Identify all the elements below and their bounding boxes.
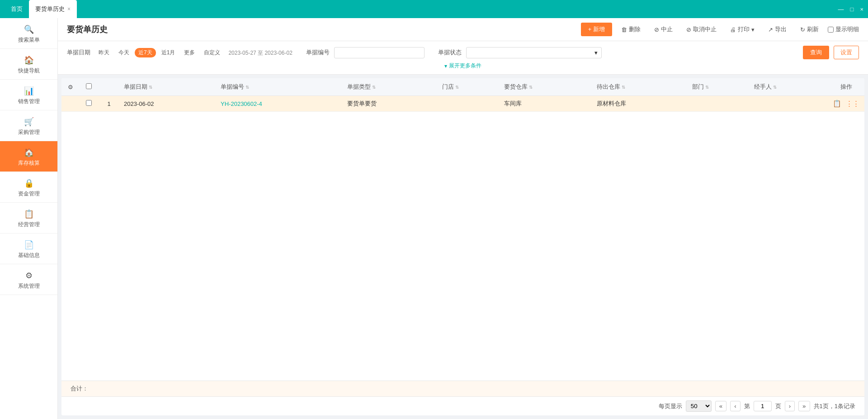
page-header: 要货单历史 + 新增 🗑 删除 ⊘ 中止 ⊘ 取消中止 🖨 打印	[58, 18, 868, 41]
operations-icon: 📋	[24, 209, 34, 219]
date-btn-7days[interactable]: 近7天	[135, 48, 156, 57]
date-buttons: 昨天 今天 近7天 近1月 更多 自定义	[95, 48, 224, 57]
sort-shop-icon: ⇅	[455, 85, 459, 90]
total-info: 共1页，1条记录	[814, 402, 855, 410]
row-date: 2023-06-02	[120, 96, 217, 112]
row-ops: 📋 ⋮⋮	[828, 96, 864, 112]
minimize-icon[interactable]: —	[838, 6, 844, 13]
sidebar-item-sales[interactable]: 📊 销售管理	[0, 80, 57, 110]
date-btn-1month[interactable]: 近1月	[158, 48, 179, 57]
prev-page-button[interactable]: ‹	[730, 401, 740, 411]
bill-no-link[interactable]: YH-20230602-4	[221, 100, 262, 107]
col-handler[interactable]: 经手人⇅	[750, 78, 828, 96]
top-bar: 首页 要货单历史 × — □ ×	[0, 0, 868, 18]
sort-handler-icon: ⇅	[773, 85, 777, 90]
print-chevron-icon: ▾	[751, 26, 755, 33]
row-bill-type: 要货单要货	[344, 96, 439, 112]
tab-home[interactable]: 首页	[5, 0, 29, 18]
expand-chevron-icon: ▾	[444, 63, 447, 69]
window-controls: — □ ×	[838, 6, 863, 13]
sidebar-item-inventory[interactable]: 🏠 库存核算	[0, 141, 57, 172]
col-req-warehouse[interactable]: 要货仓库⇅	[500, 78, 593, 96]
col-gear[interactable]: ⚙	[61, 78, 80, 96]
sidebar-item-purchase[interactable]: 🛒 采购管理	[0, 110, 57, 141]
close-tab-icon[interactable]: ×	[67, 6, 71, 12]
stop-button[interactable]: ⊘ 中止	[650, 23, 677, 36]
home-icon: 🏠	[24, 55, 34, 65]
sidebar-item-base-info[interactable]: 📄 基础信息	[0, 233, 57, 264]
tab-active[interactable]: 要货单历史 ×	[29, 0, 77, 18]
col-bill-type[interactable]: 单据类型⇅	[344, 78, 439, 96]
stop-icon: ⊘	[654, 26, 659, 33]
sidebar-item-operations[interactable]: 📋 经营管理	[0, 203, 57, 233]
date-btn-custom[interactable]: 自定义	[200, 48, 224, 57]
print-button[interactable]: 🖨 打印 ▾	[726, 23, 759, 36]
col-bill-no[interactable]: 单据编号⇅	[217, 78, 344, 96]
status-select[interactable]: ▾	[466, 47, 602, 58]
refresh-button[interactable]: ↻ 刷新	[796, 23, 823, 36]
sort-pendwh-icon: ⇅	[622, 85, 625, 90]
sort-billno-icon: ⇅	[245, 85, 249, 90]
row-checkbox-cell[interactable]	[80, 96, 98, 112]
filter-area: 单据日期 昨天 今天 近7天 近1月 更多 自定义 2023-05-27 至 2…	[58, 41, 868, 75]
sidebar-item-system[interactable]: ⚙ 系统管理	[0, 264, 57, 295]
row-more-icon[interactable]: ⋮⋮	[846, 100, 859, 107]
page-title: 要货单历史	[67, 24, 581, 35]
date-btn-yesterday[interactable]: 昨天	[95, 48, 113, 57]
row-checkbox[interactable]	[86, 100, 92, 106]
pagination: 每页显示 50 20 100 « ‹ 第 页 › » 共1页，1条记录	[61, 396, 864, 415]
base-info-icon: 📄	[24, 240, 34, 250]
last-page-button[interactable]: »	[798, 401, 810, 411]
first-page-button[interactable]: «	[715, 401, 726, 411]
display-detail-checkbox[interactable]	[828, 27, 834, 33]
delete-button[interactable]: 🗑 删除	[617, 23, 645, 36]
date-range-display: 2023-05-27 至 2023-06-02	[228, 49, 292, 57]
main-layout: 🔍 搜索菜单 🏠 快捷导航 📊 销售管理 🛒 采购管理 🏠 库存核算 🔒 资金管…	[0, 18, 868, 419]
content-area: 要货单历史 + 新增 🗑 删除 ⊘ 中止 ⊘ 取消中止 🖨 打印	[58, 18, 868, 419]
purchase-icon: 🛒	[24, 117, 34, 127]
col-pending-warehouse[interactable]: 待出仓库⇅	[593, 78, 688, 96]
page-suffix-label: 页	[775, 402, 781, 410]
delete-icon: 🗑	[621, 26, 627, 33]
export-icon: ↗	[768, 26, 773, 33]
display-detail-toggle[interactable]: 显示明细	[828, 25, 859, 33]
date-label: 单据日期	[67, 48, 90, 57]
print-icon: 🖨	[730, 26, 736, 33]
next-page-button[interactable]: ›	[785, 401, 795, 411]
row-shop	[439, 96, 501, 112]
sidebar-item-quick-nav[interactable]: 🏠 快捷导航	[0, 49, 57, 80]
per-page-select[interactable]: 50 20 100	[686, 400, 712, 412]
sidebar-item-search-menu[interactable]: 🔍 搜索菜单	[0, 18, 57, 49]
row-bill-no[interactable]: YH-20230602-4	[217, 96, 344, 112]
expand-more-btn[interactable]: ▾ 展开更多条件	[67, 59, 859, 70]
table-row: 1 2023-06-02 YH-20230602-4 要货单要货 车间库 原材料…	[61, 96, 864, 112]
row-pending-warehouse: 原材料仓库	[593, 96, 688, 112]
row-edit-icon[interactable]: 📋	[833, 100, 841, 107]
summary-label: 合计：	[71, 385, 88, 392]
settings-button[interactable]: 设置	[834, 46, 859, 59]
select-all-checkbox[interactable]	[86, 83, 92, 89]
cancel-stop-button[interactable]: ⊘ 取消中止	[682, 23, 721, 36]
query-button[interactable]: 查询	[803, 46, 829, 59]
page-number-input[interactable]	[754, 401, 772, 411]
close-window-icon[interactable]: ×	[860, 6, 863, 13]
col-checkbox[interactable]	[80, 78, 98, 96]
col-department[interactable]: 部门⇅	[689, 78, 751, 96]
sort-reqwh-icon: ⇅	[529, 85, 533, 90]
sort-billtype-icon: ⇅	[372, 85, 376, 90]
inventory-icon: 🏠	[24, 148, 34, 157]
date-btn-more[interactable]: 更多	[180, 48, 198, 57]
row-handler	[750, 96, 828, 112]
per-page-label: 每页显示	[659, 402, 682, 410]
table-area: ⚙ 单据日期⇅ 单据编号⇅ 单据类型⇅ 门店⇅	[61, 78, 864, 415]
maximize-icon[interactable]: □	[850, 6, 854, 13]
export-button[interactable]: ↗ 导出	[764, 23, 791, 36]
bill-no-input[interactable]	[334, 47, 425, 58]
new-button[interactable]: + 新增	[581, 23, 612, 36]
date-btn-today[interactable]: 今天	[115, 48, 133, 57]
col-date[interactable]: 单据日期⇅	[120, 78, 217, 96]
sidebar-item-finance[interactable]: 🔒 资金管理	[0, 172, 57, 203]
col-shop[interactable]: 门店⇅	[439, 78, 501, 96]
sales-icon: 📊	[24, 86, 34, 96]
summary-row: 合计：	[61, 381, 864, 396]
